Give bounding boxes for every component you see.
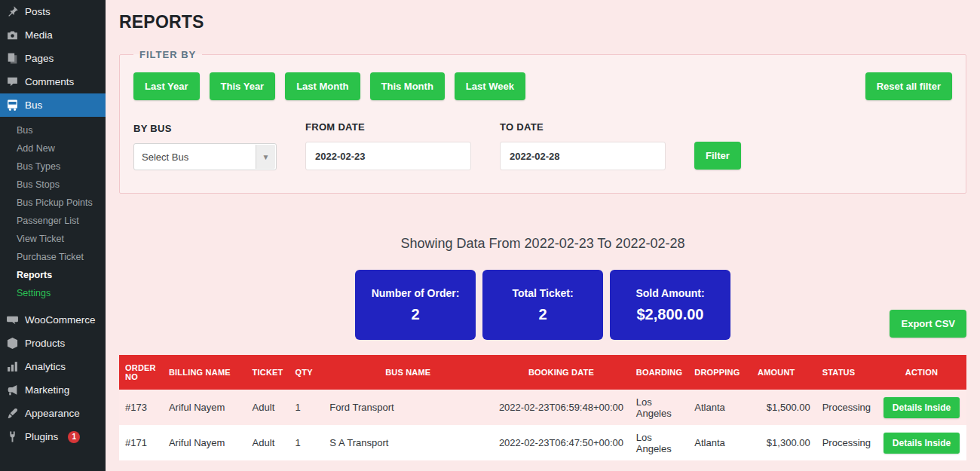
sold-amount-card: Sold Amount: $2,800.00 [610,270,730,340]
sidebar-item-label: Media [25,29,53,41]
sidebar-item-label: WooCommerce [25,314,96,326]
by-bus-field: BY BUS Select Bus ▼ [133,123,277,170]
submenu-item-purchase-ticket[interactable]: Purchase Ticket [0,248,106,266]
pages-icon [6,52,19,65]
last-month-button[interactable]: Last Month [285,72,360,100]
details-inside-button[interactable]: Details Inside [884,397,960,418]
plug-icon [6,430,19,443]
details-inside-button[interactable]: Details Inside [884,433,960,454]
sidebar-item-plugins[interactable]: Plugins 1 [0,425,106,448]
this-year-button[interactable]: This Year [210,72,276,100]
sidebar-item-label: Appearance [25,408,80,419]
chevron-down-icon: ▼ [256,145,275,169]
filter-button[interactable]: Filter [694,142,741,170]
sidebar-item-label: Comments [25,76,74,87]
table-header-row: Order No Billing Name Ticket Qty Bus Nam… [119,355,966,390]
header-billing-name: Billing Name [163,355,247,390]
plugins-update-badge: 1 [68,431,80,443]
cell-status: Processing [816,390,877,425]
pushpin-icon [6,5,19,18]
header-ticket: Ticket [247,355,289,390]
cell-billing-name: Ariful Nayem [163,390,247,425]
sidebar-item-bus[interactable]: Bus [0,93,106,117]
page-title: REPORTS [119,12,966,32]
table-row: #173 Ariful Nayem Adult 1 Ford Transport… [119,390,966,425]
filter-legend: FILTER BY [133,49,202,60]
sidebar-item-label: Products [25,338,65,349]
cell-boarding: Los Angeles [630,390,689,425]
cell-status: Processing [816,425,877,460]
to-date-label: TO DATE [500,121,666,133]
bus-submenu: Bus Add New Bus Types Bus Stops Bus Pick… [0,117,106,308]
bus-select[interactable]: Select Bus ▼ [133,143,277,170]
sidebar-item-marketing[interactable]: Marketing [0,378,106,402]
cell-amount: $1,300.00 [752,425,816,460]
bus-icon [6,99,19,112]
header-status: Status [816,355,877,390]
from-date-label: FROM DATE [305,121,471,133]
main-content: REPORTS FILTER BY Last Year This Year La… [106,0,980,471]
header-qty: Qty [289,355,324,390]
brush-icon [6,407,19,420]
cell-dropping: Atlanta [688,425,752,460]
cell-order-no: #171 [119,425,163,460]
woocommerce-icon [6,313,19,326]
submenu-item-bus-stops[interactable]: Bus Stops [0,176,106,194]
card-value: 2 [538,306,547,323]
sidebar-item-comments[interactable]: Comments [0,70,106,93]
header-dropping: Dropping [688,355,752,390]
sidebar-item-media[interactable]: Media [0,23,106,47]
last-week-button[interactable]: Last Week [455,72,525,100]
cell-boarding: Los Angeles [630,425,689,460]
sidebar-item-woocommerce[interactable]: WooCommerce [0,308,106,332]
sidebar-item-posts[interactable]: Posts [0,0,106,23]
submenu-item-bus-pickup-points[interactable]: Bus Pickup Points [0,194,106,212]
from-date-input[interactable] [305,142,471,170]
cell-ticket: Adult [247,390,289,425]
bar-chart-icon [6,360,19,373]
number-of-order-card: Number of Order: 2 [355,270,476,340]
cell-amount: $1,500.00 [752,390,816,425]
speech-bubble-icon [6,75,19,88]
submenu-item-add-new[interactable]: Add New [0,139,106,158]
camera-icon [6,29,19,41]
submenu-item-bus[interactable]: Bus [0,121,106,139]
cell-bus-name: Ford Transport [323,390,492,425]
sidebar-item-label: Bus [25,99,42,111]
sidebar-item-label: Analytics [25,361,66,372]
header-bus-name: Bus Name [323,355,492,390]
header-booking-date: Booking Date [492,355,630,390]
total-ticket-card: Total Ticket: 2 [482,270,603,340]
header-action: Action [877,355,966,390]
sidebar-item-appearance[interactable]: Appearance [0,402,106,425]
last-year-button[interactable]: Last Year [133,72,200,100]
sidebar-item-label: Plugins [25,431,58,442]
cell-qty: 1 [289,425,324,460]
submenu-item-reports[interactable]: Reports [0,266,106,284]
sidebar-item-pages[interactable]: Pages [0,47,106,70]
submenu-item-passenger-list[interactable]: Passenger List [0,212,106,230]
admin-sidebar: Posts Media Pages Comments Bus Bus Add N… [0,0,106,471]
to-date-input[interactable] [500,142,666,170]
header-boarding: Boarding [630,355,689,390]
box-icon [6,337,19,350]
cell-order-no: #173 [119,390,163,425]
submenu-item-view-ticket[interactable]: View Ticket [0,230,106,248]
submenu-item-bus-types[interactable]: Bus Types [0,158,106,176]
sidebar-item-analytics[interactable]: Analytics [0,355,106,378]
header-amount: Amount [752,355,816,390]
card-label: Number of Order: [372,287,460,299]
this-month-button[interactable]: This Month [370,72,445,100]
card-label: Total Ticket: [512,287,573,299]
reset-all-filter-button[interactable]: Reset all filter [865,72,952,100]
export-csv-button[interactable]: Export CSV [890,310,966,338]
to-date-field: TO DATE [500,121,666,170]
submenu-item-settings[interactable]: Settings [0,284,106,302]
sidebar-item-products[interactable]: Products [0,332,106,355]
card-value: $2,800.00 [637,306,704,323]
filter-button-wrap: Filter [694,142,741,170]
cell-qty: 1 [289,390,324,425]
bus-select-value: Select Bus [142,151,188,163]
card-value: 2 [411,306,419,323]
sidebar-item-label: Posts [25,6,51,17]
